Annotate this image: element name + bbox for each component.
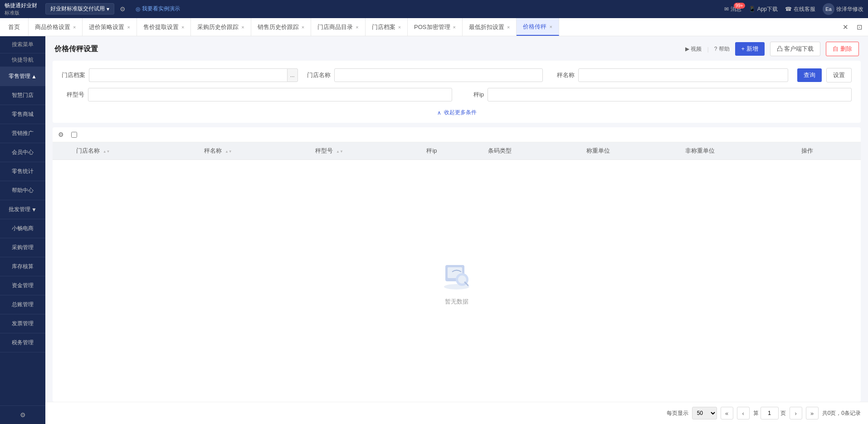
sidebar: 搜索菜单 快捷导航 零售管理 ▲ 智慧门店 零售商城 营销推广 会员中心 零 — [0, 36, 45, 424]
sort-scale-model[interactable]: ▲▼ — [336, 149, 343, 154]
store-name-input[interactable] — [334, 68, 543, 82]
tab-close-min-discount[interactable]: × — [507, 24, 510, 30]
col-header-weight-unit: 称重单位 — [581, 142, 680, 160]
pagination-info: 算 页 — [753, 407, 786, 419]
col-header-scale-model: 秤型号 ▲▼ — [310, 142, 421, 160]
tab-bar-actions: ✕ ⊡ — [840, 22, 868, 32]
scale-name-input[interactable] — [578, 68, 788, 82]
pagination-first[interactable]: « — [721, 407, 733, 419]
demo-button[interactable]: ◎ 我要看实例演示 — [136, 5, 180, 13]
tab-sale-history[interactable]: 销售历史价跟踪 × — [251, 18, 311, 36]
table-area: ⚙ 门店名称 ▲▼ 秤名称 ▲▼ — [53, 127, 861, 402]
tab-min-discount[interactable]: 最低折扣设置 × — [463, 18, 517, 36]
top-bar-right: ✉ 消息 99+ 📱 App下载 ☎ 在线客服 Ea 徐泽华修改 — [724, 3, 863, 15]
sidebar-item-retail-mall[interactable]: 零售商城 — [0, 105, 45, 124]
scale-model-input[interactable] — [88, 88, 452, 101]
version-settings-icon[interactable]: ⚙ — [118, 4, 127, 14]
tab-store-catalog[interactable]: 门店商品目录 × — [311, 18, 365, 36]
tab-close-pos-management[interactable]: × — [453, 24, 456, 30]
sidebar-item-ecommerce[interactable]: 小畅电商 — [0, 219, 45, 238]
page-header: 价格传秤设置 ▶ 视频 | ? 帮助 + 新增 凸 客户端下载 — [45, 36, 868, 61]
tab-home[interactable]: 首页 — [0, 18, 29, 36]
version-select[interactable]: 好业财标准版交付试用 ▾ — [45, 3, 114, 14]
sidebar-item-purchase[interactable]: 采购管理 — [0, 238, 45, 257]
sort-scale-name[interactable]: ▲▼ — [225, 149, 232, 154]
tab-store-archive[interactable]: 门店档案 × — [366, 18, 408, 36]
pagination-next[interactable]: › — [790, 407, 802, 419]
tab-purchase-strategy[interactable]: 进价策略设置 × — [83, 18, 137, 36]
select-all-checkbox[interactable] — [71, 132, 77, 138]
sidebar-item-invoice[interactable]: 发票管理 — [0, 314, 45, 333]
tab-close-sale-extract[interactable]: × — [181, 24, 184, 30]
page-number-input[interactable] — [761, 407, 779, 419]
avatar: Ea — [823, 3, 834, 15]
app-download-button[interactable]: 📱 App下载 — [749, 5, 778, 13]
col-header-checkbox — [53, 142, 71, 160]
content-area: 价格传秤设置 ▶ 视频 | ? 帮助 + 新增 凸 客户端下载 — [45, 36, 868, 424]
tab-sale-extract[interactable]: 售价提取设置 × — [137, 18, 191, 36]
tab-maximize[interactable]: ⊡ — [854, 22, 865, 32]
scale-model-label: 秤型号 — [62, 91, 84, 99]
sidebar-item-marketing[interactable]: 营销推广 — [0, 124, 45, 143]
page-actions: ▶ 视频 | ? 帮助 + 新增 凸 客户端下载 自 删除 — [685, 42, 859, 56]
form-item-store-name: 门店名称 — [307, 68, 543, 82]
search-form: 门店档案 ... 门店名称 秤名称 — [53, 61, 861, 123]
table-settings-icon[interactable]: ⚙ — [58, 131, 64, 138]
tab-price-scale[interactable]: 价格传秤 × — [517, 18, 559, 36]
tab-close-sale-history[interactable]: × — [302, 24, 304, 30]
scale-ip-input[interactable] — [488, 88, 852, 101]
tab-close-purchase-history[interactable]: × — [241, 24, 244, 30]
col-header-scale-name: 秤名称 ▲▼ — [199, 142, 310, 160]
col-header-scale-ip: 秤ip — [421, 142, 482, 160]
sidebar-item-member[interactable]: 会员中心 — [0, 143, 45, 162]
pagination-last[interactable]: » — [806, 407, 819, 419]
settings-button[interactable]: 设置 — [826, 68, 852, 82]
sidebar-item-wholesale[interactable]: 批发管理 ▼ — [0, 200, 45, 219]
sidebar-item-finance[interactable]: 资金管理 — [0, 276, 45, 295]
video-link[interactable]: ▶ 视频 — [685, 45, 702, 53]
tab-close-store-archive[interactable]: × — [398, 24, 401, 30]
pagination-bar: 每页显示 10 20 50 100 « ‹ 算 页 › » 共0页，0条记录 — [45, 402, 868, 424]
store-archive-input[interactable] — [89, 68, 287, 82]
tab-close-product-price[interactable]: × — [73, 24, 76, 30]
user-avatar-area[interactable]: Ea 徐泽华修改 — [823, 3, 863, 15]
add-button[interactable]: + 新增 — [735, 42, 765, 56]
col-header-non-weight-unit: 非称重单位 — [680, 142, 795, 160]
collapse-button[interactable]: ∧ 收起更多条件 — [437, 109, 477, 116]
tab-purchase-history[interactable]: 采购历史价跟踪 × — [191, 18, 251, 36]
sidebar-item-help[interactable]: 帮助中心 — [0, 181, 45, 200]
sort-store-name[interactable]: ▲▼ — [103, 149, 110, 154]
tab-product-price[interactable]: 商品价格设置 × — [29, 18, 83, 36]
empty-state: 暂无数据 — [53, 160, 861, 402]
pagination-prev[interactable]: ‹ — [737, 407, 750, 419]
store-archive-ellipsis-btn[interactable]: ... — [287, 68, 298, 82]
empty-text: 暂无数据 — [445, 298, 468, 306]
tab-close-current[interactable]: ✕ — [840, 22, 851, 32]
sidebar-settings-btn[interactable]: ⚙ — [0, 405, 45, 424]
sidebar-search[interactable]: 搜索菜单 — [0, 36, 45, 53]
tab-bar: 首页 商品价格设置 × 进价策略设置 × 售价提取设置 × 采购历史价跟踪 × … — [0, 18, 868, 36]
query-button[interactable]: 查询 — [797, 68, 822, 82]
per-page-select[interactable]: 10 20 50 100 — [692, 407, 717, 419]
sidebar-item-retail[interactable]: 零售管理 ▲ — [0, 67, 45, 86]
sidebar-item-general-ledger[interactable]: 总账管理 — [0, 295, 45, 314]
online-service-button[interactable]: ☎ 在线客服 — [785, 5, 815, 13]
form-row-2: 秤型号 秤ip — [62, 88, 852, 101]
sidebar-item-inventory[interactable]: 库存核算 — [0, 257, 45, 276]
logo: 畅捷通好业财 标准版 — [5, 2, 37, 16]
download-client-button[interactable]: 凸 客户端下载 — [770, 42, 821, 56]
action-buttons: 查询 设置 — [797, 68, 852, 82]
help-link[interactable]: ? 帮助 — [714, 45, 730, 53]
tab-pos-management[interactable]: POS加密管理 × — [408, 18, 463, 36]
sidebar-quick-nav[interactable]: 快捷导航 — [0, 53, 45, 67]
tab-close-price-scale[interactable]: × — [549, 24, 552, 29]
sidebar-item-smart-store[interactable]: 智慧门店 — [0, 86, 45, 105]
per-page-label: 每页显示 — [667, 410, 688, 417]
tab-close-purchase-strategy[interactable]: × — [127, 24, 130, 30]
tab-close-store-catalog[interactable]: × — [356, 24, 358, 30]
sidebar-item-tax[interactable]: 税务管理 — [0, 333, 45, 352]
sidebar-item-retail-stats[interactable]: 零售统计 — [0, 162, 45, 181]
form-item-scale-name: 秤名称 — [552, 68, 788, 82]
delete-button[interactable]: 自 删除 — [826, 42, 859, 56]
messages-button[interactable]: ✉ 消息 99+ — [724, 5, 741, 13]
